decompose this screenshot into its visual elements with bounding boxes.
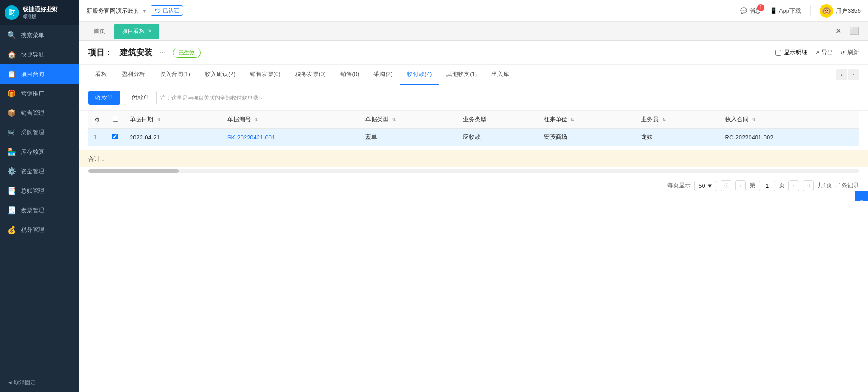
sidebar-item-invoice[interactable]: 🧾 发票管理: [0, 201, 79, 220]
logo-sub: 标准版: [23, 14, 58, 20]
td-income-contract: RC-20220401-002: [720, 129, 859, 146]
sub-tab-profit-label: 盈利分析: [122, 71, 145, 77]
per-page-select[interactable]: 50 ▼: [694, 181, 717, 191]
sort-icon: ⇅: [392, 117, 396, 122]
th-date[interactable]: 单据日期 ⇅: [124, 111, 222, 129]
td-type: 蓝单: [360, 129, 458, 146]
th-partner[interactable]: 往来单位 ⇅: [538, 111, 636, 129]
sub-tab-other-income[interactable]: 其他收支(1): [439, 65, 484, 85]
topbar-divider: [810, 5, 811, 16]
sidebar-logo: 财 畅捷通好业财 标准版: [0, 0, 79, 25]
tab-project-board[interactable]: 项目看板 ✕: [114, 24, 159, 39]
shield-icon: 🛡: [155, 7, 161, 14]
topbar-user[interactable]: 🐵 用户3355: [820, 4, 861, 18]
sidebar-item-purchase[interactable]: 🛒 采购管理: [0, 123, 79, 142]
messages-button[interactable]: 💬 消息 1: [740, 7, 761, 15]
chevron-down-icon: ▼: [707, 182, 713, 189]
th-type[interactable]: 单据类型 ⇅: [360, 111, 458, 129]
sub-tab-sales-invoice[interactable]: 销售发票(0): [243, 65, 288, 85]
scroll-thumb[interactable]: [88, 169, 179, 173]
sort-icon: ⇅: [157, 117, 160, 122]
table-header-row: ⚙ 单据日期 ⇅ 单据编号 ⇅: [88, 111, 859, 129]
page-number-input[interactable]: [759, 181, 775, 191]
export-button[interactable]: ↗ 导出: [815, 48, 833, 57]
project-title: 建筑安装: [120, 47, 152, 58]
pagination-next-btn[interactable]: ›: [788, 180, 799, 191]
table-row: 1 2022-04-21 SK-20220421-001 蓝单: [88, 129, 859, 146]
sub-tab-profit[interactable]: 盈利分析: [114, 65, 152, 85]
th-gear[interactable]: ⚙: [88, 111, 106, 129]
pagination-prev-btn[interactable]: ‹: [735, 180, 746, 191]
td-code[interactable]: SK-20220421-001: [222, 129, 360, 146]
sub-tab-income-confirm[interactable]: 收入确认(2): [198, 65, 243, 85]
tab-maximize-btn[interactable]: ⬜: [848, 25, 861, 38]
sidebar-item-label: 项目合同: [21, 70, 44, 78]
sub-tabs-prev-btn[interactable]: ‹: [836, 69, 847, 80]
per-page-label: 每页显示: [667, 182, 691, 190]
row-checkbox[interactable]: [112, 134, 118, 139]
sidebar-item-project[interactable]: 📋 项目合同: [0, 64, 79, 84]
refresh-label: 刷新: [847, 48, 859, 57]
show-detail-checkbox[interactable]: 显示明细: [775, 48, 807, 57]
th-income-contract[interactable]: 收入合同 ⇅: [720, 111, 859, 129]
sidebar-item-finance[interactable]: ⚙️ 资金管理: [0, 162, 79, 181]
sidebar-item-search[interactable]: 🔍 搜索菜单: [0, 25, 79, 45]
account-name: 新服务官网演示账套: [86, 7, 139, 15]
sub-tab-income-contract[interactable]: 收入合同(1): [152, 65, 198, 85]
pagination-last-btn[interactable]: ⟩⟩: [803, 180, 814, 191]
sub-tab-inout[interactable]: 出入库: [484, 65, 516, 85]
sidebar-item-label: 搜索菜单: [21, 31, 44, 39]
sub-tab-kanban[interactable]: 看板: [88, 65, 114, 85]
sub-tab-inout-label: 出入库: [491, 71, 509, 77]
th-code[interactable]: 单据编号 ⇅: [222, 111, 360, 129]
feedback-button[interactable]: 意见反馈: [855, 191, 868, 201]
sidebar-item-marketing[interactable]: 🎁 营销推广: [0, 84, 79, 103]
project-more-icon[interactable]: ···: [160, 48, 165, 57]
sub-tab-tax-invoice-label: 税务发票(0): [295, 71, 326, 77]
pagination: 每页显示 50 ▼ ⟨⟨ ‹ 第 页 › ⟩⟩ 共1页，1条记录: [79, 175, 868, 196]
tab-close-icon[interactable]: ✕: [148, 28, 152, 34]
sidebar-item-label: 资金管理: [21, 167, 44, 176]
sidebar-item-shortcut[interactable]: 🏠 快捷导航: [0, 45, 79, 64]
td-checkbox[interactable]: [106, 129, 124, 146]
payment-btn[interactable]: 付款单: [124, 91, 157, 105]
topbar-account[interactable]: 新服务官网演示账套 ▼: [86, 7, 147, 15]
project-icon: 📋: [7, 70, 16, 78]
sidebar-item-tax[interactable]: 💰 税务管理: [0, 220, 79, 239]
marketing-icon: 🎁: [7, 89, 16, 98]
sidebar-item-label: 快捷导航: [21, 51, 44, 59]
app-download-button[interactable]: 📱 App下载: [770, 7, 801, 15]
sidebar-item-ledger[interactable]: 📑 总账管理: [0, 181, 79, 201]
select-all-checkbox[interactable]: [113, 116, 118, 122]
tax-icon: 💰: [7, 225, 16, 234]
refresh-button[interactable]: ↺ 刷新: [840, 48, 859, 57]
sub-tab-payment[interactable]: 收付款(4): [400, 65, 439, 85]
export-label: 导出: [821, 48, 833, 57]
sub-tab-sales[interactable]: 销售(0): [333, 65, 367, 85]
scroll-track[interactable]: [88, 169, 859, 173]
sidebar-item-sales[interactable]: 📦 销售管理: [0, 103, 79, 123]
th-checkbox[interactable]: [106, 111, 124, 129]
verified-label: 已认证: [163, 7, 179, 14]
th-salesperson[interactable]: 业务员 ⇅: [636, 111, 719, 129]
sidebar-item-label: 税务管理: [21, 226, 44, 234]
pagination-first-btn[interactable]: ⟨⟨: [721, 180, 731, 191]
filter-bar: 收款单 付款单 注：这里是与项目关联的全部收付款单哦～: [79, 85, 868, 111]
sidebar-item-inventory[interactable]: 🏪 库存核算: [0, 142, 79, 162]
sub-tabs-next-btn[interactable]: ›: [848, 69, 859, 80]
sub-tab-kanban-label: 看板: [95, 71, 107, 77]
tab-home[interactable]: 首页: [86, 24, 113, 39]
sub-tabs: 看板 盈利分析 收入合同(1) 收入确认(2) 销售发票(0) 税务发票(0) …: [79, 65, 868, 85]
document-link[interactable]: SK-20220421-001: [227, 134, 275, 141]
sub-tab-purchase[interactable]: 采购(2): [366, 65, 400, 85]
purchase-icon: 🛒: [7, 128, 16, 137]
tab-close-btn[interactable]: ✕: [832, 25, 844, 38]
sales-icon: 📦: [7, 109, 16, 117]
receipt-btn[interactable]: 收款单: [88, 91, 120, 105]
sub-tab-tax-invoice[interactable]: 税务发票(0): [288, 65, 333, 85]
topbar-right: 💬 消息 1 📱 App下载 🐵 用户3355: [740, 4, 861, 18]
sidebar-item-label: 销售管理: [21, 109, 44, 117]
sidebar-unpin-button[interactable]: ◄ 取消固定: [0, 373, 79, 392]
sidebar-scroll: 🔍 搜索菜单 🏠 快捷导航 📋 项目合同 🎁 营销推广 📦 销售管理 🛒 采购管…: [0, 25, 79, 373]
show-detail-input[interactable]: [775, 50, 781, 56]
